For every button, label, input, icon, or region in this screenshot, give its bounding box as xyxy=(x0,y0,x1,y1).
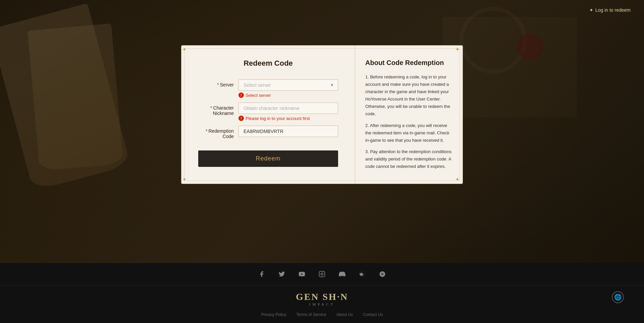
about-us-link[interactable]: About Us xyxy=(336,312,353,317)
footer-links: Privacy Policy Terms of Service About Us… xyxy=(0,309,644,323)
youtube-icon[interactable] xyxy=(297,269,307,279)
svg-rect-1 xyxy=(319,271,325,277)
redeem-title: Redeem Code xyxy=(198,59,338,68)
right-title: About Code Redemption xyxy=(365,59,452,67)
login-label: Log in to redeem xyxy=(595,7,631,13)
logo-text-main: GEN SH·N xyxy=(296,292,348,302)
plus-icon: ✦ xyxy=(589,7,593,13)
required-star-server: * xyxy=(217,82,219,87)
character-label: *CharacterNickname xyxy=(198,103,238,116)
corner-tr: ✦ xyxy=(455,46,462,53)
left-panel: Redeem Code *Server Select server Asia E… xyxy=(181,46,355,184)
server-select[interactable]: Select server Asia Europe America TW/HK/… xyxy=(238,79,338,91)
redeem-button[interactable]: Redeem xyxy=(198,150,338,167)
discord-icon[interactable] xyxy=(337,269,347,279)
instagram-icon[interactable] xyxy=(317,269,327,279)
character-error-text: Please log in to your account first xyxy=(246,116,310,121)
login-button[interactable]: ✦ Log in to redeem xyxy=(589,7,631,13)
error-icon-char: ! xyxy=(238,116,244,121)
terms-of-service-link[interactable]: Terms of Service xyxy=(296,312,326,317)
character-field-wrap: ! Please log in to your account first xyxy=(238,103,338,121)
redemption-label: *RedemptionCode xyxy=(198,126,238,139)
info-point-3: 3. Pay attention to the redemption condi… xyxy=(365,148,452,170)
server-error-text: Select server xyxy=(246,93,271,98)
info-point-4: 4. Each redemption code can only be used… xyxy=(365,174,452,176)
corner-tl: ✦ xyxy=(182,46,189,53)
server-error: ! Select server xyxy=(238,92,338,98)
info-point-1: 1. Before redeeming a code, log in to yo… xyxy=(365,73,452,118)
header: ✦ Log in to redeem xyxy=(0,0,644,20)
redemption-field-wrap xyxy=(238,126,338,137)
contact-us-link[interactable]: Contact Us xyxy=(363,312,383,317)
error-icon-server: ! xyxy=(238,92,244,98)
character-row: *CharacterNickname ! Please log in to yo… xyxy=(198,103,338,121)
character-input[interactable] xyxy=(238,103,338,114)
corner-br: ✦ xyxy=(455,176,462,183)
server-select-wrap: Select server Asia Europe America TW/HK/… xyxy=(238,79,338,91)
required-star-code: * xyxy=(206,128,207,134)
social-bar xyxy=(0,263,644,285)
footer: GEN SH·N IMPACT 🌐 Privacy Policy Terms o… xyxy=(0,263,644,323)
redeem-dialog: ✦ ✦ ✦ ✦ Redeem Code *Server Select serve… xyxy=(181,45,463,184)
logo-text-sub: IMPACT xyxy=(296,302,348,306)
redemption-row: *RedemptionCode xyxy=(198,126,338,139)
server-row: *Server Select server Asia Europe Americ… xyxy=(198,79,338,98)
character-error: ! Please log in to your account first xyxy=(238,116,338,121)
genshin-logo: GEN SH·N IMPACT xyxy=(296,292,348,306)
redemption-input[interactable] xyxy=(238,126,338,137)
server-label: *Server xyxy=(198,79,238,87)
globe-icon[interactable]: 🌐 xyxy=(612,291,624,303)
privacy-policy-link[interactable]: Privacy Policy xyxy=(261,312,286,317)
reddit-icon[interactable] xyxy=(357,269,367,279)
right-panel: About Code Redemption 1. Before redeemin… xyxy=(355,46,463,176)
corner-bl: ✦ xyxy=(182,176,189,183)
server-field-wrap: Select server Asia Europe America TW/HK/… xyxy=(238,79,338,98)
twitter-icon[interactable] xyxy=(277,269,287,279)
logo-bar: GEN SH·N IMPACT 🌐 xyxy=(0,285,644,309)
required-star-char: * xyxy=(210,105,212,111)
info-point-2: 2. After redeeming a code, you will rece… xyxy=(365,122,452,144)
right-text: 1. Before redeeming a code, log in to yo… xyxy=(365,73,452,176)
facebook-icon[interactable] xyxy=(257,269,267,279)
hoyolab-icon[interactable] xyxy=(377,269,387,279)
